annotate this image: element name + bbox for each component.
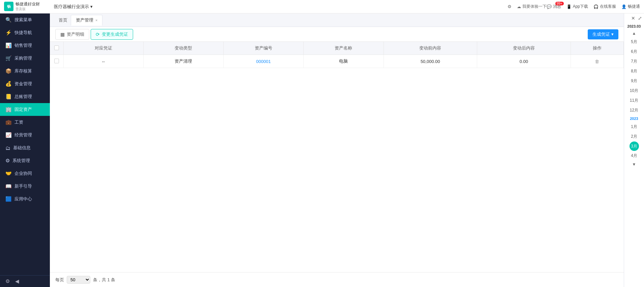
per-page-select[interactable]: 10 20 50 100 bbox=[67, 276, 90, 284]
row-asset-no: 000001 bbox=[223, 55, 304, 68]
content-area: 首页 资产管理 × ▦ 资产明细 ⟳ 变更生成凭证 bbox=[50, 13, 624, 287]
month-9[interactable]: 9月 bbox=[624, 76, 644, 86]
table-col-action: 操作 bbox=[571, 42, 623, 55]
tab-bar: 首页 资产管理 × bbox=[50, 13, 624, 27]
tab-close-icon[interactable]: × bbox=[95, 18, 97, 22]
month-1[interactable]: 1月 bbox=[624, 122, 644, 132]
sidebar-item-label: 经营管理 bbox=[14, 132, 32, 138]
logo-icon: 畅 bbox=[4, 2, 13, 11]
topbar-right: 💬 消息 99+ 📱 App下载 🎧 在线客服 👤 畅捷通 bbox=[547, 4, 640, 9]
sidebar-item-purchase[interactable]: 🛒 采购管理 bbox=[0, 52, 50, 65]
month-list: ▲ 5月 6月 7月 8月 9月 10月 11月 12月 2023 1月 2月 … bbox=[624, 30, 644, 287]
headset-icon: 🎧 bbox=[593, 4, 599, 9]
tab-asset-management[interactable]: 资产管理 × bbox=[71, 15, 102, 26]
chevron-down-icon: ▾ bbox=[90, 4, 93, 9]
month-10[interactable]: 10月 bbox=[624, 86, 644, 96]
sidebar-item-funds[interactable]: 💰 资金管理 bbox=[0, 77, 50, 90]
sidebar-item-label: 基础信息 bbox=[13, 145, 31, 151]
table-header-checkbox bbox=[50, 42, 63, 55]
app-download-button[interactable]: 📱 App下载 bbox=[566, 4, 588, 9]
sidebar-item-label: 销售管理 bbox=[14, 42, 32, 49]
sidebar-item-operations[interactable]: 📈 经营管理 bbox=[0, 129, 50, 141]
operations-icon: 📈 bbox=[5, 132, 12, 138]
user-menu[interactable]: 👤 畅捷通 bbox=[621, 4, 640, 9]
sidebar-item-sales[interactable]: 📊 销售管理 bbox=[0, 39, 50, 52]
topbar: 畅 畅捷通好业财 普及版 医疗器械行业演示 ▾ ⚙ ☁ 我要体验一下 💬 消息 … bbox=[0, 0, 644, 13]
sidebar-item-label: 采购管理 bbox=[14, 55, 32, 61]
total-label: 条，共 1 条 bbox=[93, 277, 115, 283]
purchase-icon: 🛒 bbox=[5, 55, 12, 61]
page-content: ▦ 资产明细 ⟳ 变更生成凭证 生成凭证 ▾ bbox=[50, 27, 624, 287]
tab-home[interactable]: 首页 bbox=[55, 15, 71, 25]
experience-button[interactable]: ☁ 我要体验一下 bbox=[517, 4, 547, 9]
select-all-checkbox[interactable] bbox=[54, 45, 59, 50]
table-col-change-type: 变动类型 bbox=[144, 42, 224, 55]
row-after-content: 0.00 bbox=[477, 55, 571, 68]
sidebar-item-fixed[interactable]: 🏢 固定资产 bbox=[0, 103, 50, 116]
sidebar-item-label: 企业协同 bbox=[14, 170, 32, 177]
row-select-checkbox[interactable] bbox=[54, 59, 59, 63]
company-selector[interactable]: 医疗器械行业演示 ▾ bbox=[54, 4, 505, 10]
sidebar-item-guide[interactable]: 📖 新手引导 bbox=[0, 180, 50, 193]
per-page-label: 每页 bbox=[55, 277, 64, 283]
sidebar-item-basic[interactable]: 🗂 基础信息 bbox=[0, 141, 50, 154]
right-panel-header: ✕ ⤢ bbox=[624, 13, 644, 23]
expand-panel-icon[interactable]: ⤢ bbox=[637, 15, 643, 22]
delete-icon[interactable]: 🗑 bbox=[595, 59, 599, 64]
month-11[interactable]: 11月 bbox=[624, 96, 644, 105]
sidebar: 🔍 搜索菜单 ⚡ 快捷导航 📊 销售管理 🛒 采购管理 📦 库存核算 💰 bbox=[0, 13, 50, 287]
voucher-icon: ⟳ bbox=[96, 32, 100, 37]
sidebar-item-inventory[interactable]: 📦 库存核算 bbox=[0, 65, 50, 77]
sidebar-item-label: 工资 bbox=[14, 119, 23, 125]
customer-service-button[interactable]: 🎧 在线客服 bbox=[593, 4, 616, 9]
generate-chevron-icon: ▾ bbox=[611, 32, 614, 37]
month-2[interactable]: 2月 bbox=[624, 132, 644, 141]
sidebar-settings-icon[interactable]: ⚙ bbox=[5, 278, 10, 284]
scroll-up-icon[interactable]: ▲ bbox=[631, 30, 638, 37]
scroll-down-icon[interactable]: ▼ bbox=[631, 161, 638, 168]
funds-icon: 💰 bbox=[5, 81, 12, 87]
month-8[interactable]: 8月 bbox=[624, 66, 644, 76]
month-3-current[interactable]: 3月 bbox=[630, 141, 639, 151]
month-5[interactable]: 5月 bbox=[624, 37, 644, 47]
sidebar-item-label: 库存核算 bbox=[14, 68, 32, 74]
settings-icon[interactable]: ⚙ bbox=[508, 4, 512, 9]
sidebar-item-label: 快捷导航 bbox=[14, 30, 32, 36]
quicknav-icon: ⚡ bbox=[5, 30, 12, 36]
table-wrapper: 对应凭证 变动类型 资产编号 资产名称 变动前内容 变动后内容 操作 bbox=[50, 42, 624, 272]
close-panel-icon[interactable]: ✕ bbox=[631, 15, 636, 22]
month-7[interactable]: 7月 bbox=[624, 57, 644, 66]
sidebar-scroll: 🔍 搜索菜单 ⚡ 快捷导航 📊 销售管理 🛒 采购管理 📦 库存核算 💰 bbox=[0, 13, 50, 275]
basic-icon: 🗂 bbox=[5, 145, 10, 151]
sidebar-item-quicknav[interactable]: ⚡ 快捷导航 bbox=[0, 26, 50, 39]
month-4[interactable]: 4月 bbox=[624, 151, 644, 161]
sidebar-item-collab[interactable]: 🤝 企业协同 bbox=[0, 167, 50, 180]
table-col-before: 变动前内容 bbox=[384, 42, 477, 55]
inner-tabs-left: ▦ 资产明细 ⟳ 变更生成凭证 bbox=[55, 29, 133, 40]
generate-voucher-button[interactable]: 生成凭证 ▾ bbox=[588, 29, 618, 39]
tab-asset-detail[interactable]: ▦ 资产明细 bbox=[55, 29, 89, 40]
sidebar-item-salary[interactable]: 💼 工资 bbox=[0, 116, 50, 129]
sidebar-item-system[interactable]: ⚙ 系统管理 bbox=[0, 154, 50, 167]
main-layout: 🔍 搜索菜单 ⚡ 快捷导航 📊 销售管理 🛒 采购管理 📦 库存核算 💰 bbox=[0, 13, 644, 287]
sidebar-bottom: ⚙ ◀ bbox=[0, 275, 50, 287]
inner-tabs: ▦ 资产明细 ⟳ 变更生成凭证 生成凭证 ▾ bbox=[50, 27, 624, 42]
month-12[interactable]: 12月 bbox=[624, 105, 644, 115]
sidebar-item-apps[interactable]: 🟦 应用中心 bbox=[0, 193, 50, 205]
sidebar-item-search[interactable]: 🔍 搜索菜单 bbox=[0, 13, 50, 26]
message-button[interactable]: 💬 消息 99+ bbox=[547, 4, 561, 9]
logo-sub: 普及版 bbox=[16, 7, 40, 11]
mobile-icon: 📱 bbox=[566, 4, 572, 9]
right-panel: ✕ ⤢ 2023.03 ▲ 5月 6月 7月 8月 9月 10月 11月 12月… bbox=[624, 13, 644, 287]
apps-icon: 🟦 bbox=[5, 196, 12, 202]
sidebar-collapse-icon[interactable]: ◀ bbox=[15, 278, 19, 284]
tab-change-voucher[interactable]: ⟳ 变更生成凭证 bbox=[91, 29, 133, 40]
month-6[interactable]: 6月 bbox=[624, 47, 644, 57]
table-col-after: 变动后内容 bbox=[477, 42, 571, 55]
sidebar-item-ledger[interactable]: 📒 总账管理 bbox=[0, 90, 50, 103]
table-col-asset-name: 资产名称 bbox=[304, 42, 384, 55]
row-action: 🗑 bbox=[571, 55, 623, 68]
sidebar-item-label: 搜索菜单 bbox=[14, 17, 32, 23]
salary-icon: 💼 bbox=[5, 119, 12, 125]
table-col-voucher: 对应凭证 bbox=[63, 42, 144, 55]
